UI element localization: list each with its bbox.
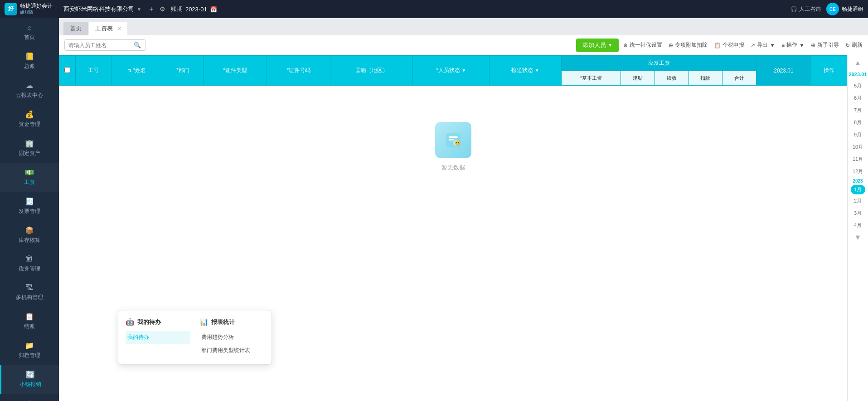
empty-state: 😊 暂无数据 (59, 86, 847, 208)
timeline-6-month[interactable]: 6月 (848, 92, 868, 104)
export-label: 导出 (757, 41, 768, 49)
sidebar-item-salary[interactable]: 💵 工资 (0, 163, 59, 192)
th-checkbox (59, 56, 76, 86)
sidebar-item-inventory[interactable]: 📦 库存核算 (0, 221, 59, 250)
special-deduct-button[interactable]: ⊕ 专项附加扣除 (669, 41, 708, 49)
company-area[interactable]: 西安虾米网络科技有限公司 ▼ ＋ ⚙ (63, 5, 165, 14)
timeline-2-month[interactable]: 2月 (848, 195, 868, 207)
sidebar-item-xiaochang[interactable]: 🔄 小畅报销 (0, 365, 59, 394)
select-all-checkbox[interactable] (64, 67, 70, 73)
top-header: 好 畅捷通好会计 旗舰版 西安虾米网络科技有限公司 ▼ ＋ ⚙ 账期 2023-… (0, 0, 868, 18)
home-icon: ⌂ (27, 24, 32, 32)
timeline-10-month[interactable]: 10月 (848, 141, 868, 153)
sidebar-item-home[interactable]: ⌂ 首页 (0, 18, 59, 47)
period-value: 2023-01 (185, 6, 207, 13)
sidebar-label-invoice: 发票管理 (19, 208, 40, 215)
timeline-11-month[interactable]: 11月 (848, 153, 868, 165)
settings-icon[interactable]: ⚙ (160, 5, 165, 13)
social-insurance-button[interactable]: ⊕ 统一社保设置 (623, 41, 662, 49)
timeline-8-month[interactable]: 8月 (848, 116, 868, 129)
export-button[interactable]: ↗ 导出 ▼ (751, 41, 775, 49)
header-right: 🎧 人工咨询 CE 畅捷通组 (790, 3, 863, 15)
th-name: ⇅ *姓名 (112, 56, 163, 86)
operation-label: 操作 (786, 41, 797, 49)
ledger-icon: 📒 (25, 52, 34, 61)
sidebar-label-inventory: 库存核算 (19, 237, 40, 244)
logo-area: 好 畅捷通好会计 旗舰版 (5, 3, 59, 15)
th-salary-group: 应发工资 (561, 56, 756, 71)
timeline-9-month[interactable]: 9月 (848, 129, 868, 141)
toolbar: 🔍 添加人员 ▼ ⊕ 统一社保设置 ⊕ 专项附加扣除 📋 个税申报 (59, 35, 868, 55)
company-dropdown-icon[interactable]: ▼ (137, 7, 141, 12)
inventory-icon: 📦 (25, 226, 34, 235)
export-icon: ↗ (751, 42, 755, 48)
sidebar-label-archive: 归档管理 (19, 352, 40, 359)
logo-text: 畅捷通好会计 (20, 3, 53, 9)
add-person-button[interactable]: 添加人员 ▼ (576, 39, 619, 52)
th-status: *人员状态 ▼ (413, 56, 490, 86)
search-input[interactable] (68, 42, 132, 48)
operation-button[interactable]: ≡ 操作 ▼ (781, 41, 805, 49)
sidebar-label-tax: 税务管理 (19, 265, 40, 273)
refresh-button[interactable]: ↻ 刷新 (845, 41, 863, 49)
close-account-icon: 📋 (25, 312, 34, 321)
popup-col-report: 📊 报表统计 费用趋势分析 部门费用类型统计表 (199, 318, 264, 357)
calendar-icon[interactable]: 📅 (210, 6, 217, 13)
th-allowance: 津贴 (621, 71, 655, 86)
avatar-initials: CE (829, 7, 836, 12)
fund-icon: 💰 (25, 110, 34, 119)
th-id-type: *证件类型 (203, 56, 267, 86)
sidebar-label-xiaochang: 小畅报销 (19, 381, 41, 388)
popup-item-my-todo[interactable]: 我的待办 (126, 331, 190, 344)
expense-trend-label: 费用趋势分析 (201, 334, 234, 340)
headset-icon: 🎧 (790, 6, 797, 12)
period-area: 账期 2023-01 📅 (171, 5, 217, 13)
timeline-up-button[interactable]: ▲ (853, 57, 863, 69)
action-buttons: ⊕ 统一社保设置 ⊕ 专项附加扣除 📋 个税申报 ↗ 导出 ▼ ≡ (623, 41, 863, 49)
tab-home[interactable]: 首页 (63, 22, 88, 35)
basic-settings-icon: ⚙ (26, 399, 33, 401)
logo-text-group: 畅捷通好会计 旗舰版 (20, 3, 53, 15)
search-box[interactable]: 🔍 (64, 39, 146, 51)
tab-salary[interactable]: 工资表 × (89, 22, 127, 35)
export-dropdown-icon: ▼ (770, 42, 775, 48)
dept-expense-label: 部门费用类型统计表 (201, 347, 250, 353)
sidebar-item-close[interactable]: 📋 结账 (0, 307, 59, 336)
my-todo-label: 我的待办 (127, 334, 149, 340)
sidebar-label-close: 结账 (24, 323, 35, 330)
timeline-7-month[interactable]: 7月 (848, 104, 868, 116)
timeline-12-month[interactable]: 12月 (848, 165, 868, 178)
popup-col-todo-title: 🤖 我的待办 (126, 318, 190, 326)
popup-item-expense-trend[interactable]: 费用趋势分析 (199, 331, 264, 344)
popup-item-dept-expense[interactable]: 部门费用类型统计表 (199, 344, 264, 357)
add-company-button[interactable]: ＋ (148, 5, 155, 14)
timeline-1-month-active[interactable]: 1月 (851, 185, 865, 194)
sidebar-item-ledger[interactable]: 📒 总账 (0, 47, 59, 76)
timeline-year-2023: 2023 (853, 178, 863, 184)
sidebar-label-salary: 工资 (24, 179, 35, 186)
sidebar-label-ledger: 总账 (24, 63, 35, 70)
search-icon[interactable]: 🔍 (134, 42, 141, 48)
new-guide-button[interactable]: ⊕ 新手引导 (811, 41, 839, 49)
sidebar-item-tax[interactable]: 🏛 税务管理 (0, 250, 59, 278)
consult-label: 人工咨询 (799, 5, 821, 13)
sidebar-item-cloud-report[interactable]: ☁ 云报表中心 (0, 76, 59, 105)
timeline-3-month[interactable]: 3月 (848, 207, 868, 219)
timeline-down-button[interactable]: ▼ (853, 232, 863, 243)
sidebar-item-fixed-assets[interactable]: 🏢 固定资产 (0, 134, 59, 163)
sidebar-item-archive[interactable]: 📁 归档管理 (0, 336, 59, 365)
todo-title-label: 我的待办 (137, 318, 161, 326)
sidebar-item-fund[interactable]: 💰 资金管理 (0, 105, 59, 134)
sidebar-item-basic[interactable]: ⚙ 基础设置 (0, 394, 59, 401)
timeline-4-month[interactable]: 4月 (848, 219, 868, 232)
consult-button[interactable]: 🎧 人工咨询 (790, 5, 821, 13)
logo-icon: 好 (5, 3, 17, 15)
timeline-5-month[interactable]: 5月 (848, 80, 868, 92)
sidebar-item-invoice[interactable]: 🧾 发票管理 (0, 192, 59, 221)
sidebar-item-multi-org[interactable]: 🏗 多机构管理 (0, 278, 59, 307)
cloud-icon: ☁ (26, 81, 33, 90)
tab-close-button[interactable]: × (116, 25, 121, 32)
operation-dropdown-icon: ▼ (799, 42, 805, 48)
tax-declare-button[interactable]: 📋 个税申报 (714, 41, 744, 49)
tab-home-label: 首页 (70, 24, 82, 33)
